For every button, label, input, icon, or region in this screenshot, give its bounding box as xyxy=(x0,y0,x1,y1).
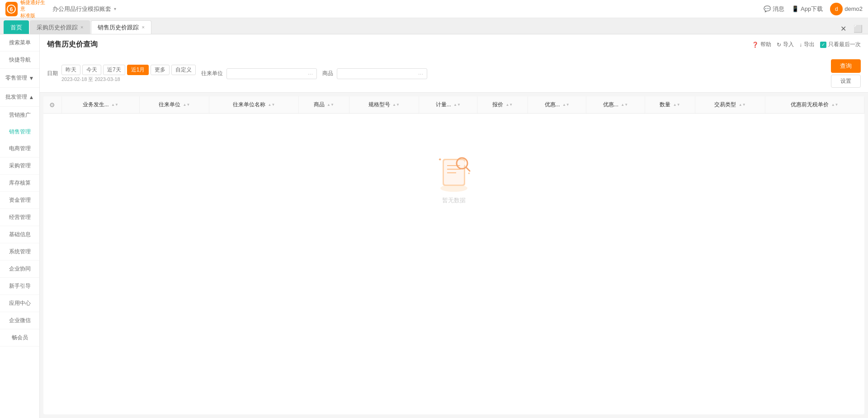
sort-arrows-quantity: ▲▼ xyxy=(673,103,680,107)
date-btn-1month[interactable]: 近1月 xyxy=(127,65,149,75)
product-input[interactable] xyxy=(341,71,416,77)
date-btn-yesterday[interactable]: 昨天 xyxy=(61,65,80,75)
message-btn[interactable]: 💬 消息 xyxy=(764,5,784,13)
query-button[interactable]: 查询 xyxy=(831,59,861,73)
sidebar-item-enterprise-coop[interactable]: 企业协同 xyxy=(0,261,39,278)
col-spec: 规格型号 ▲▼ xyxy=(349,96,419,114)
sort-arrows-quote: ▲▼ xyxy=(505,103,513,107)
sidebar-item-vip[interactable]: 畅会员 xyxy=(0,329,39,347)
avatar: d xyxy=(830,3,843,15)
sidebar-item-search-menu[interactable]: 搜索菜单 xyxy=(0,34,39,52)
tab-purchase-history-close[interactable]: × xyxy=(80,25,83,30)
content-area: 销售历史价查询 ❓ 帮助 ↻ 导入 ↓ 导出 ✓ xyxy=(40,34,868,418)
app-title-area: 办公用品行业模拟账套 ▾ xyxy=(52,5,116,13)
sort-arrows-discount1: ▲▼ xyxy=(562,103,570,107)
sidebar-label: 系统管理 xyxy=(9,248,31,256)
tab-sales-history-close[interactable]: × xyxy=(142,25,144,30)
col-quantity: 数量 ▲▼ xyxy=(645,96,695,114)
app-download-btn[interactable]: 📱 App下载 xyxy=(792,5,823,13)
partner-dots-icon[interactable]: ··· xyxy=(308,70,313,77)
sort-arrows-product: ▲▼ xyxy=(327,103,334,107)
partner-input[interactable] xyxy=(231,71,306,77)
sidebar-item-quick-nav[interactable]: 快捷导航 xyxy=(0,52,39,69)
sidebar-label: 资金管理 xyxy=(9,196,31,204)
sidebar-label: 经营管理 xyxy=(9,214,31,221)
window-maximize-btn[interactable]: ⬜ xyxy=(852,24,864,34)
only-last-checkbox[interactable]: ✓ 只看最后一次 xyxy=(820,41,861,48)
page-title-bar: 销售历史价查询 ❓ 帮助 ↻ 导入 ↓ 导出 ✓ xyxy=(47,40,861,49)
sidebar-item-retail-mgmt[interactable]: 零售管理 ▼ xyxy=(0,69,39,88)
header-right: 💬 消息 📱 App下载 d demo2 xyxy=(764,3,863,15)
sidebar-item-ecommerce[interactable]: 电商管理 xyxy=(0,140,39,157)
data-table: ⚙ 业务发生... ▲▼ 往来单位 ▲▼ 往来单位名称 ▲▼ xyxy=(43,96,864,114)
app-dropdown-icon[interactable]: ▾ xyxy=(114,6,116,11)
sidebar-label: 电商管理 xyxy=(9,145,31,152)
import-icon: ↻ xyxy=(777,42,781,48)
import-btn[interactable]: ↻ 导入 xyxy=(777,41,794,48)
main-layout: 搜索菜单 快捷导航 零售管理 ▼ 批发管理 ▲ 营销推广 销售管理 电商管理 采… xyxy=(0,34,868,418)
sidebar-label: 基础信息 xyxy=(9,231,31,238)
svg-text:✦: ✦ xyxy=(467,171,471,176)
sidebar-item-new-guide[interactable]: 新手引导 xyxy=(0,278,39,295)
window-close-btn[interactable]: ✕ xyxy=(839,24,848,34)
sidebar-label: 新手引导 xyxy=(9,282,31,290)
col-discount2: 优惠... ▲▼ xyxy=(586,96,645,114)
sidebar-item-operations[interactable]: 经营管理 xyxy=(0,209,39,226)
sidebar-item-wholesale-mgmt[interactable]: 批发管理 ▲ xyxy=(0,88,39,107)
tab-purchase-history[interactable]: 采购历史价跟踪 × xyxy=(30,20,90,34)
col-discount1: 优惠... ▲▼ xyxy=(528,96,586,114)
tab-window-actions: ✕ ⬜ xyxy=(839,24,864,34)
date-btn-today[interactable]: 今天 xyxy=(82,65,101,75)
sidebar-label: 应用中心 xyxy=(9,299,31,307)
settings-button[interactable]: 设置 xyxy=(831,75,861,88)
col-partner-name: 往来单位名称 ▲▼ xyxy=(209,96,299,114)
empty-illustration: ✦ ✦ xyxy=(431,150,476,196)
sidebar-label: 零售管理 xyxy=(5,74,27,82)
chevron-icon: ▼ xyxy=(29,75,34,81)
message-icon: 💬 xyxy=(764,5,771,12)
date-btn-more[interactable]: 更多 xyxy=(151,65,170,75)
sort-arrows-trade-type: ▲▼ xyxy=(739,103,746,107)
sidebar-item-finance[interactable]: 资金管理 xyxy=(0,192,39,209)
date-btn-7days[interactable]: 近7天 xyxy=(103,65,125,75)
export-icon: ↓ xyxy=(799,42,802,48)
partner-label: 往来单位 xyxy=(201,70,223,77)
logo-icon: 6 xyxy=(5,2,18,16)
col-biz-date: 业务发生... ▲▼ xyxy=(61,96,139,114)
sidebar-item-purchase-mgmt[interactable]: 采购管理 xyxy=(0,157,39,175)
sidebar-item-app-center[interactable]: 应用中心 xyxy=(0,295,39,312)
sidebar-item-enterprise-wechat[interactable]: 企业微信 xyxy=(0,312,39,329)
sidebar-label: 企业微信 xyxy=(9,317,31,324)
page-actions: ❓ 帮助 ↻ 导入 ↓ 导出 ✓ 只看最后一次 xyxy=(752,41,861,48)
sidebar-item-marketing[interactable]: 营销推广 xyxy=(0,107,39,124)
table-container: ⚙ 业务发生... ▲▼ 往来单位 ▲▼ 往来单位名称 ▲▼ xyxy=(43,96,864,414)
sidebar-label: 销售管理 xyxy=(9,128,31,135)
sidebar-item-basic-info[interactable]: 基础信息 xyxy=(0,226,39,243)
date-btn-custom[interactable]: 自定义 xyxy=(171,65,196,75)
sidebar-item-inventory[interactable]: 库存核算 xyxy=(0,175,39,192)
user-profile[interactable]: d demo2 xyxy=(830,3,863,15)
empty-state: ✦ ✦ 暂无数据 xyxy=(43,114,864,241)
export-btn[interactable]: ↓ 导出 xyxy=(799,41,815,48)
sort-arrows-partner-name: ▲▼ xyxy=(268,103,275,107)
partner-input-wrap[interactable]: ··· xyxy=(226,68,317,79)
help-btn[interactable]: ❓ 帮助 xyxy=(752,41,771,48)
empty-text: 暂无数据 xyxy=(442,196,466,204)
tab-home[interactable]: 首页 xyxy=(4,20,29,34)
product-dots-icon[interactable]: ··· xyxy=(418,70,424,77)
sidebar-item-sales-mgmt[interactable]: 销售管理 xyxy=(0,124,39,140)
sidebar-label: 营销推广 xyxy=(9,112,31,118)
product-input-wrap[interactable]: ··· xyxy=(337,68,427,79)
gear-button[interactable]: ⚙ xyxy=(49,101,55,109)
page-header: 销售历史价查询 ❓ 帮助 ↻ 导入 ↓ 导出 ✓ xyxy=(40,34,868,93)
sidebar-label: 快捷导航 xyxy=(9,56,31,64)
col-unit: 计量... ▲▼ xyxy=(419,96,477,114)
sort-arrows-discount2: ▲▼ xyxy=(621,103,628,107)
col-settings: ⚙ xyxy=(43,96,61,114)
sidebar-label: 企业协同 xyxy=(9,265,31,273)
download-icon: 📱 xyxy=(792,5,799,12)
sidebar-label: 库存核算 xyxy=(9,179,31,187)
tab-sales-history[interactable]: 销售历史价跟踪 × xyxy=(91,20,151,34)
sidebar-item-system[interactable]: 系统管理 xyxy=(0,243,39,261)
date-label: 日期 xyxy=(47,70,58,77)
